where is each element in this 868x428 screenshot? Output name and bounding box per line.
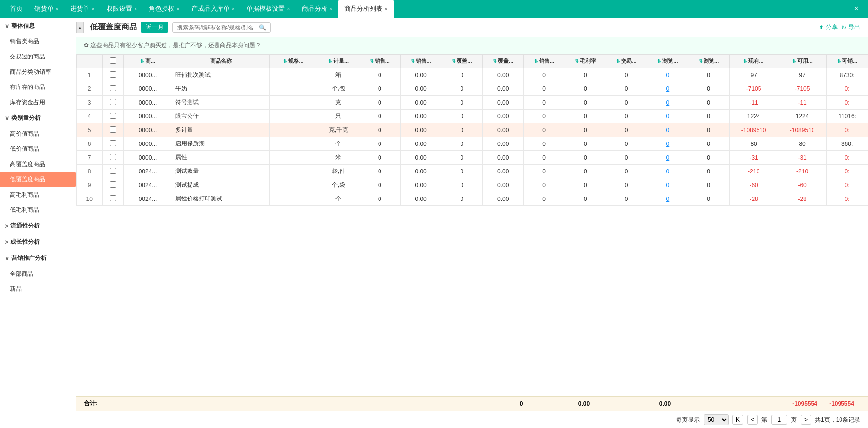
cell-browse1[interactable]: 0 <box>647 123 688 137</box>
nav-home[interactable]: 首页 <box>4 0 28 18</box>
row-checkbox[interactable] <box>110 168 116 174</box>
prev-page-button[interactable]: < <box>747 415 758 425</box>
th-browse1[interactable]: ⇅浏览... <box>647 55 688 68</box>
th-name[interactable]: 商品名称 <box>172 55 270 68</box>
first-page-button[interactable]: K <box>732 415 743 425</box>
th-stock2[interactable]: ⇅可用... <box>778 55 827 68</box>
sidebar-collapse-button[interactable]: « <box>76 22 84 33</box>
nav-close-icon[interactable]: × <box>329 6 332 12</box>
share-button[interactable]: ⬆ 分享 <box>819 23 838 31</box>
sidebar-item-low-coverage[interactable]: 低覆盖度商品 <box>0 172 76 187</box>
th-sales2[interactable]: ⇅销售... <box>400 55 441 68</box>
window-close-button[interactable]: × <box>848 0 864 18</box>
cell-browse1[interactable]: 0 <box>647 96 688 110</box>
nav-close-icon[interactable]: × <box>55 6 58 12</box>
data-table-wrapper: ⇅商... 商品名称 ⇅规格... ⇅计量... ⇅销售... ⇅销售... ⇅… <box>76 54 868 396</box>
table-row: 6 0000... 启用保质期 个 0 0.00 0 0.00 0 0 0 0 … <box>77 137 868 151</box>
row-checkbox[interactable] <box>110 181 116 188</box>
sidebar-item-low-profit[interactable]: 低毛利商品 <box>0 202 76 218</box>
th-sale[interactable]: ⇅可销... <box>827 55 868 68</box>
sidebar-item-high-profit[interactable]: 高毛利商品 <box>0 187 76 202</box>
row-checkbox[interactable] <box>110 126 116 133</box>
nav-close-icon[interactable]: × <box>287 6 290 12</box>
cell-browse1[interactable]: 0 <box>647 137 688 151</box>
th-sales1[interactable]: ⇅销售... <box>359 55 400 68</box>
nav-close-icon[interactable]: × <box>91 6 94 12</box>
cell-check[interactable] <box>103 137 124 151</box>
sidebar-section-circulation[interactable]: > 流通性分析 <box>0 218 76 234</box>
cell-browse1[interactable]: 0 <box>647 165 688 178</box>
sidebar-item-high-coverage[interactable]: 高覆盖度商品 <box>0 157 76 172</box>
nav-purchase-order[interactable]: 进货单 × <box>64 0 100 18</box>
cell-browse1[interactable]: 0 <box>647 68 688 82</box>
nav-sales-order[interactable]: 销货单 × <box>28 0 64 18</box>
time-filter-button[interactable]: 近一月 <box>141 22 168 33</box>
per-page-select[interactable]: 50 100 200 <box>704 414 729 425</box>
nav-role[interactable]: 角色授权 × <box>143 0 185 18</box>
th-cover2[interactable]: ⇅覆盖... <box>483 55 524 68</box>
cell-check[interactable] <box>103 96 124 110</box>
nav-close-icon[interactable]: × <box>134 6 137 12</box>
cell-check[interactable] <box>103 192 124 206</box>
nav-template[interactable]: 单据模板设置 × <box>241 0 296 18</box>
row-checkbox[interactable] <box>110 99 116 105</box>
cell-check[interactable] <box>103 82 124 96</box>
cell-browse1[interactable]: 0 <box>647 110 688 123</box>
export-button[interactable]: ↻ 导出 <box>841 23 860 31</box>
sidebar-item-sales-goods[interactable]: 销售类商品 <box>0 34 76 49</box>
cell-sales3: 0 <box>524 110 565 123</box>
cell-browse1[interactable]: 0 <box>647 151 688 165</box>
cell-check[interactable] <box>103 110 124 123</box>
nav-permission[interactable]: 权限设置 × <box>101 0 143 18</box>
sidebar-item-high-value[interactable]: 高价值商品 <box>0 126 76 142</box>
th-gross[interactable]: ⇅毛利率 <box>565 55 606 68</box>
row-checkbox[interactable] <box>110 71 116 78</box>
sidebar-section-overall[interactable]: ∨ 整体信息 <box>0 18 76 34</box>
cell-check[interactable] <box>103 178 124 192</box>
nav-product-analysis-list[interactable]: 商品分析列表 × <box>338 0 393 18</box>
sidebar-item-low-value[interactable]: 低价值商品 <box>0 142 76 157</box>
select-all-checkbox[interactable] <box>110 57 116 64</box>
cell-browse1[interactable]: 0 <box>647 178 688 192</box>
row-checkbox[interactable] <box>110 154 116 160</box>
th-unit[interactable]: ⇅计量... <box>318 55 359 68</box>
page-number-input[interactable] <box>771 415 787 425</box>
sidebar-section-category[interactable]: ∨ 类别量分析 <box>0 110 76 126</box>
cell-check[interactable] <box>103 123 124 137</box>
sidebar-item-traded-goods[interactable]: 交易过的商品 <box>0 49 76 64</box>
cell-sale: 0: <box>827 151 868 165</box>
row-checkbox[interactable] <box>110 85 116 91</box>
nav-close-icon[interactable]: × <box>384 6 387 12</box>
cell-browse1[interactable]: 0 <box>647 82 688 96</box>
search-input[interactable] <box>177 24 257 31</box>
sidebar-item-all-goods[interactable]: 全部商品 <box>0 266 76 282</box>
nav-finished-goods[interactable]: 产成品入库单 × <box>186 0 241 18</box>
row-checkbox[interactable] <box>110 195 116 201</box>
sidebar-item-new-goods[interactable]: 新品 <box>0 282 76 297</box>
th-cover1[interactable]: ⇅覆盖... <box>441 55 483 68</box>
cell-sales1: 0 <box>359 110 400 123</box>
sidebar-item-stock-capital[interactable]: 库存资金占用 <box>0 95 76 110</box>
nav-close-icon[interactable]: × <box>176 6 179 12</box>
th-trans[interactable]: ⇅交易... <box>606 55 647 68</box>
th-stock1[interactable]: ⇅现有... <box>730 55 778 68</box>
sidebar-section-growth[interactable]: > 成长性分析 <box>0 234 76 250</box>
row-checkbox[interactable] <box>110 113 116 119</box>
th-browse2[interactable]: ⇅浏览... <box>688 55 730 68</box>
nav-product-analysis[interactable]: 商品分析 × <box>296 0 338 18</box>
cell-check[interactable] <box>103 165 124 178</box>
th-sales3[interactable]: ⇅销售... <box>524 55 565 68</box>
search-icon[interactable]: 🔍 <box>259 24 266 31</box>
nav-close-icon[interactable]: × <box>232 6 235 12</box>
cell-browse1[interactable]: 0 <box>647 192 688 206</box>
sidebar-item-category-turnover[interactable]: 商品分类动销率 <box>0 64 76 80</box>
th-code[interactable]: ⇅商... <box>123 55 172 68</box>
cell-trans: 0 <box>606 137 647 151</box>
th-spec[interactable]: ⇅规格... <box>270 55 318 68</box>
cell-check[interactable] <box>103 151 124 165</box>
row-checkbox[interactable] <box>110 140 116 146</box>
sidebar-section-marketing[interactable]: ∨ 营销推广分析 <box>0 250 76 266</box>
sidebar-item-stocked-goods[interactable]: 有库存的商品 <box>0 80 76 95</box>
cell-check[interactable] <box>103 68 124 82</box>
next-page-button[interactable]: > <box>801 415 811 425</box>
